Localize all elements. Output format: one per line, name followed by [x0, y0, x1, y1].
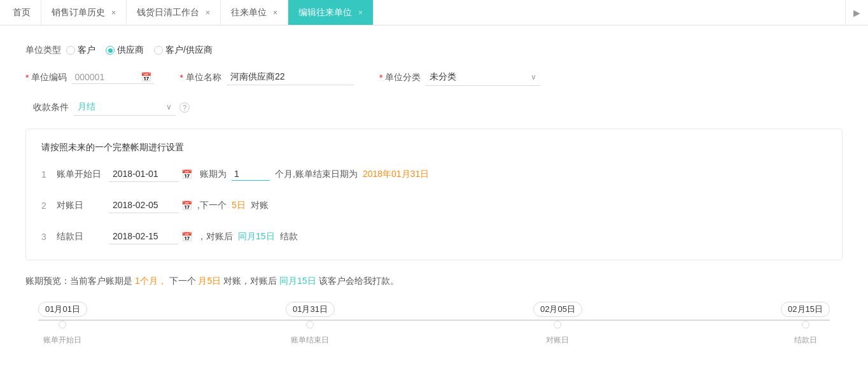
timeline-dot-3: [554, 321, 561, 328]
tab-close-sales-order-history[interactable]: ×: [111, 8, 116, 17]
unit-name-label: 单位名称: [186, 72, 221, 83]
setting-row3-note-suf: 结款: [280, 231, 298, 243]
reconcile-date-cal-icon[interactable]: 📅: [181, 201, 192, 211]
setting-num-2: 2: [41, 201, 57, 211]
setting-num-3: 3: [41, 232, 57, 242]
radio-circle-supplier: [106, 46, 115, 55]
setting-row-1: 1 账单开始日 📅 账期为 个月,账单结束日期为 2018年01月31日: [41, 166, 827, 182]
payment-terms-arrow: ∨: [166, 102, 172, 111]
main-content: 单位类型 客户 供应商 客户/供应商 * 单位编码 📅: [0, 25, 868, 387]
setting-row3-highlight: 同月15日: [238, 231, 275, 243]
payment-date-input[interactable]: [109, 229, 179, 244]
unit-code-label: 单位编码: [31, 72, 67, 83]
radio-customer[interactable]: 客户: [66, 45, 95, 56]
setting-row-2: 2 对账日 📅 ,下一个 5日 对账: [41, 197, 827, 213]
help-icon[interactable]: ?: [179, 102, 190, 113]
timeline-badge-1: 01月01日: [38, 302, 87, 317]
preview-middle2: 对账，对账后: [223, 276, 277, 286]
unit-name-group: * 单位名称: [179, 69, 353, 85]
setting-label-3: 结款日: [57, 231, 101, 243]
radio-circle-both: [154, 46, 163, 55]
tab-bar: 首页 销售订单历史 × 钱货日清工作台 × 往来单位 × 编辑往来单位 × ▶: [0, 0, 868, 25]
tab-close-cash-reconciliation[interactable]: ×: [206, 8, 210, 17]
setting-row2-highlight: 5日: [232, 200, 246, 211]
start-date-cal-icon[interactable]: 📅: [181, 169, 192, 179]
tab-sales-order-history[interactable]: 销售订单历史 ×: [41, 0, 127, 25]
unit-type-label: 单位类型: [25, 45, 61, 56]
unit-classify-dropdown[interactable]: 未分类 ∨: [426, 69, 540, 86]
period-input[interactable]: [232, 167, 270, 181]
unit-code-wrap: 📅: [72, 71, 154, 84]
preview-highlight1: 1个月，: [135, 276, 167, 286]
timeline-node-3: 02月05日 对账日: [533, 302, 582, 346]
unit-name-star: *: [179, 73, 183, 83]
unit-classify-label: 单位分类: [385, 72, 421, 83]
start-date-input[interactable]: [109, 166, 179, 182]
unit-code-star: *: [25, 73, 29, 83]
timeline-node-2: 01月31日 账单结束日: [286, 302, 335, 346]
unit-type-row: 单位类型 客户 供应商 客户/供应商: [25, 45, 843, 56]
unit-code-group: * 单位编码 📅: [25, 71, 154, 84]
timeline-nodes: 01月01日 账单开始日 01月31日 账单结束日 02月05日 对账日 02月…: [38, 302, 830, 346]
setting-row1-end-date: 2018年01月31日: [363, 169, 429, 180]
radio-both[interactable]: 客户/供应商: [154, 45, 213, 56]
payment-date-cal-icon[interactable]: 📅: [181, 232, 192, 242]
unit-classify-group: * 单位分类 未分类 ∨: [379, 69, 540, 86]
setting-row1-note-pre: 个月,账单结束日期为: [275, 169, 358, 180]
tab-home[interactable]: 首页: [0, 0, 41, 25]
settings-section: 请按照未来的一个完整帐期进行设置 1 账单开始日 📅 账期为 个月,账单结束日期…: [25, 129, 843, 260]
setting-label-2: 对账日: [57, 200, 101, 211]
unit-classify-arrow: ∨: [531, 73, 536, 81]
timeline-badge-3: 02月05日: [533, 302, 582, 317]
timeline-label-4: 结款日: [794, 335, 817, 346]
reconcile-date-input[interactable]: [109, 197, 179, 213]
payment-terms-value: 月结: [78, 101, 164, 113]
setting-row1-mid: 账期为: [200, 169, 227, 180]
tab-close-edit-partner[interactable]: ×: [358, 8, 363, 17]
preview-middle: 下一个: [169, 276, 196, 286]
unit-name-input[interactable]: [227, 69, 354, 85]
timeline-label-2: 账单结束日: [291, 335, 329, 346]
timeline-badge-2: 01月31日: [286, 302, 335, 317]
unit-type-radio-group: 客户 供应商 客户/供应商: [66, 45, 213, 56]
payment-terms-label: 收款条件: [33, 102, 69, 113]
timeline-container: 01月01日 账单开始日 01月31日 账单结束日 02月05日 对账日 02月…: [25, 302, 843, 365]
timeline-dot-4: [802, 321, 809, 328]
timeline-label-1: 账单开始日: [43, 335, 81, 346]
timeline-node-4: 02月15日 结款日: [781, 302, 830, 346]
tab-edit-partner[interactable]: 编辑往来单位 ×: [288, 0, 374, 25]
timeline-label-3: 对账日: [546, 335, 569, 346]
setting-row3-note-pre: ，对账后: [197, 231, 233, 243]
unit-code-calendar-icon[interactable]: 📅: [141, 72, 151, 82]
setting-row2-note-pre: ,下一个: [197, 200, 227, 211]
tab-close-partner-units[interactable]: ×: [273, 8, 277, 17]
preview-suffix: 该客户会给我打款。: [319, 276, 399, 286]
tab-cash-reconciliation[interactable]: 钱货日清工作台 ×: [127, 0, 221, 25]
preview-prefix: 账期预览：当前客户账期是: [25, 276, 132, 286]
unit-classify-value: 未分类: [430, 71, 528, 83]
unit-code-input[interactable]: [74, 72, 138, 82]
unit-classify-star: *: [379, 73, 382, 83]
radio-circle-customer: [66, 46, 75, 55]
timeline-dot-1: [59, 321, 66, 328]
preview-highlight3: 同月15日: [279, 276, 316, 286]
payment-terms-dropdown[interactable]: 月结 ∨: [74, 99, 176, 116]
radio-supplier[interactable]: 供应商: [106, 45, 144, 56]
unit-info-row: * 单位编码 📅 * 单位名称 * 单位分类 未分类 ∨: [25, 69, 843, 86]
timeline-badge-4: 02月15日: [781, 302, 830, 317]
timeline-node-1: 01月01日 账单开始日: [38, 302, 87, 346]
tab-more-arrow[interactable]: ▶: [845, 0, 868, 25]
timeline-dot-2: [306, 321, 314, 328]
setting-label-1: 账单开始日: [57, 169, 101, 180]
section-title: 请按照未来的一个完整帐期进行设置: [41, 142, 827, 153]
setting-row-3: 3 结款日 📅 ，对账后 同月15日 结款: [41, 229, 827, 244]
payment-terms-row: 收款条件 月结 ∨ ?: [25, 99, 843, 116]
preview-text: 账期预览：当前客户账期是 1个月， 下一个 月5日 对账，对账后 同月15日 该…: [25, 273, 843, 289]
tab-partner-units[interactable]: 往来单位 ×: [221, 0, 288, 25]
setting-num-1: 1: [41, 169, 57, 179]
setting-row2-note-suf: 对账: [251, 200, 269, 211]
preview-highlight2: 月5日: [198, 276, 221, 286]
